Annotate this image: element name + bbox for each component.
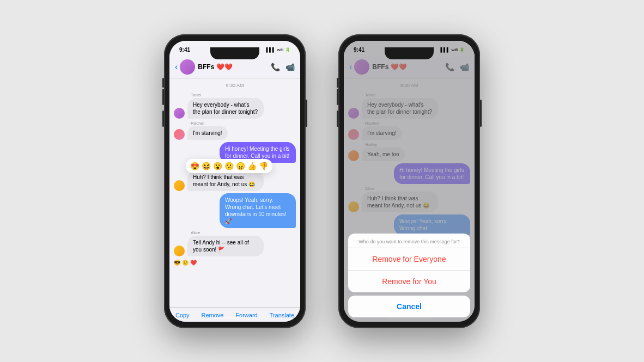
volume-down-button[interactable] bbox=[162, 111, 164, 127]
msg-bubble: Hey everybody - what's the plan for dinn… bbox=[187, 98, 264, 119]
table-row: Alice Tell Andy hi -- see all of you soo… bbox=[174, 230, 296, 256]
avatar bbox=[174, 129, 185, 140]
remove-everyone-button[interactable]: Remove for Everyone bbox=[348, 248, 470, 271]
chat-area-1: 9:30 AM Tanel Hey everybody - what's the… bbox=[169, 78, 300, 307]
reaction-sad[interactable]: 😕 bbox=[224, 162, 234, 170]
timestamp-1: 9:30 AM bbox=[174, 83, 296, 88]
wifi-icon: wifi bbox=[277, 47, 283, 52]
msg-column: Rachel I'm starving! bbox=[187, 121, 228, 140]
cancel-button[interactable]: Cancel bbox=[348, 296, 470, 317]
reaction-thumbsup[interactable]: 👍 bbox=[247, 162, 257, 170]
msg-column: Tanel Hey everybody - what's the plan fo… bbox=[187, 93, 264, 119]
phone-screen-1: 9:41 ▌▌▌ wifi 🔋 ‹ BFFs ❤️❤️ 📞 📹 bbox=[169, 41, 300, 322]
battery-icon: 🔋 bbox=[285, 47, 290, 52]
msg-sender: Alice bbox=[187, 230, 264, 235]
modal-overlay: Who do you want to remove this message f… bbox=[344, 41, 475, 322]
action-sheet-cancel-group: Cancel bbox=[348, 296, 470, 317]
table-row: Tanel Hey everybody - what's the plan fo… bbox=[174, 93, 296, 119]
msg-bubble-outgoing2: Woops! Yeah, sorry. Wrong chat. Let's me… bbox=[220, 193, 296, 228]
status-time-1: 9:41 bbox=[179, 47, 190, 53]
notch-2 bbox=[385, 47, 434, 59]
copy-button[interactable]: Copy bbox=[175, 312, 190, 318]
table-row: Woops! Yeah, sorry. Wrong chat. Let's me… bbox=[174, 193, 296, 228]
phones-container: 9:41 ▌▌▌ wifi 🔋 ‹ BFFs ❤️❤️ 📞 📹 bbox=[164, 34, 480, 328]
msg-sender: Tanel bbox=[187, 93, 264, 97]
remove-you-button[interactable]: Remove for You bbox=[348, 271, 470, 292]
power-button[interactable] bbox=[306, 100, 307, 127]
volume-up-button[interactable] bbox=[162, 89, 164, 105]
home-indicator-1 bbox=[213, 317, 257, 318]
phone-screen-2: 9:41 ▌▌▌ wifi 🔋 ‹ BFFs ❤️❤️ 📞 📹 bbox=[344, 41, 475, 322]
mute-button[interactable] bbox=[162, 78, 164, 88]
reaction-angry[interactable]: 😠 bbox=[236, 162, 245, 170]
volume-up-button-2[interactable] bbox=[337, 89, 338, 105]
msg-bubble: I'm starving! bbox=[187, 126, 228, 140]
video-icon-1[interactable]: 📹 bbox=[285, 63, 295, 71]
power-button-2[interactable] bbox=[480, 100, 482, 127]
action-sheet-title: Who do you want to remove this message f… bbox=[348, 234, 470, 248]
nav-actions-1: 📞 📹 bbox=[271, 63, 295, 71]
signal-icon: ▌▌▌ bbox=[266, 47, 275, 52]
phone-2: 9:41 ▌▌▌ wifi 🔋 ‹ BFFs ❤️❤️ 📞 📹 bbox=[338, 34, 480, 328]
volume-down-button-2[interactable] bbox=[337, 111, 338, 127]
table-row: Rachel I'm starving! bbox=[174, 121, 296, 140]
reaction-thumbsdown[interactable]: 👎 bbox=[259, 162, 268, 170]
avatar bbox=[174, 180, 185, 191]
action-sheet-group: Who do you want to remove this message f… bbox=[348, 234, 470, 292]
reaction-wow[interactable]: 😮 bbox=[213, 162, 222, 170]
avatar bbox=[174, 246, 185, 256]
msg-bubble: Tell Andy hi -- see all of you soon! 🚩 bbox=[187, 236, 264, 256]
msg-column: Woops! Yeah, sorry. Wrong chat. Let's me… bbox=[220, 193, 296, 228]
phone-frame-1: 9:41 ▌▌▌ wifi 🔋 ‹ BFFs ❤️❤️ 📞 📹 bbox=[164, 34, 306, 328]
reaction-bar[interactable]: 😍 😆 😮 😕 😠 👍 👎 bbox=[186, 159, 272, 173]
call-icon-1[interactable]: 📞 bbox=[271, 63, 280, 71]
notch-1 bbox=[210, 47, 259, 59]
bottom-toolbar-1: Copy Remove Forward Translate bbox=[169, 307, 300, 322]
avatar bbox=[174, 108, 185, 119]
back-button-1[interactable]: ‹ bbox=[175, 62, 178, 72]
phone-frame-2: 9:41 ▌▌▌ wifi 🔋 ‹ BFFs ❤️❤️ 📞 📹 bbox=[338, 34, 480, 328]
emojis-row: 😎 🙂 ❤️ bbox=[174, 260, 296, 266]
msg-bubble: Huh? I think that was meant for Andy, no… bbox=[187, 170, 264, 191]
status-icons-1: ▌▌▌ wifi 🔋 bbox=[266, 47, 290, 52]
mute-button-2[interactable] bbox=[337, 78, 338, 88]
nav-bar-1: ‹ BFFs ❤️❤️ 📞 📹 bbox=[169, 57, 300, 78]
action-sheet: Who do you want to remove this message f… bbox=[348, 234, 470, 317]
reaction-love[interactable]: 😍 bbox=[190, 162, 199, 170]
translate-button[interactable]: Translate bbox=[270, 312, 294, 318]
emoji-display: 😎 🙂 ❤️ bbox=[174, 260, 197, 266]
reaction-laugh[interactable]: 😆 bbox=[202, 162, 211, 170]
phone-1: 9:41 ▌▌▌ wifi 🔋 ‹ BFFs ❤️❤️ 📞 📹 bbox=[164, 34, 306, 328]
msg-sender: Rachel bbox=[187, 121, 228, 126]
nav-title-1: BFFs ❤️❤️ bbox=[198, 63, 271, 71]
msg-column: Alice Tell Andy hi -- see all of you soo… bbox=[187, 230, 264, 256]
nav-avatar-1 bbox=[180, 59, 195, 75]
